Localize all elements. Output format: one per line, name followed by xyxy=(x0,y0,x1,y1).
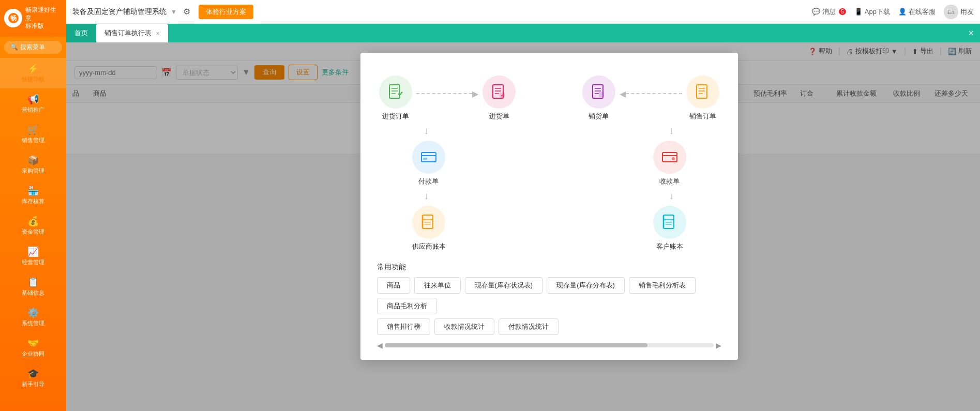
payment-circle xyxy=(412,141,445,174)
sidebar-item-quick-nav[interactable]: ⚡ 快捷导航 xyxy=(0,58,66,88)
sales-order-circle xyxy=(686,75,719,109)
sidebar-item-label: 经营管理 xyxy=(22,258,44,266)
avatar: Ea xyxy=(944,5,958,19)
flow-node-payment[interactable]: 付款单 xyxy=(410,135,447,191)
svg-rect-4 xyxy=(389,85,400,98)
app-download-btn[interactable]: 📱 App下载 xyxy=(854,7,890,17)
svg-rect-19 xyxy=(697,85,707,98)
settings-icon[interactable]: ⚙ xyxy=(183,7,190,17)
flow-row2: 付款单 收款单 xyxy=(377,135,721,191)
tab-close-btn[interactable]: × xyxy=(156,29,160,37)
func-btn-sales-profit-analysis[interactable]: 销售毛利分析表 xyxy=(629,277,696,294)
sidebar-item-management[interactable]: 📈 经营管理 xyxy=(0,241,66,271)
func-btn-counterpart[interactable]: 往来单位 xyxy=(414,277,461,294)
tab-home[interactable]: 首页 xyxy=(66,24,96,42)
modal-flow: 进货订单 ▶ ✓ 进货单 xyxy=(360,53,738,360)
svg-rect-18 xyxy=(599,92,604,97)
user-name: 用友 xyxy=(960,7,974,17)
user-menu[interactable]: Ea 用友 xyxy=(944,5,974,19)
purchase-order-circle xyxy=(379,75,412,109)
sidebar-item-base-info[interactable]: 📋 基础信息 xyxy=(0,271,66,302)
func-btn-sales-ranking[interactable]: 销售排行榜 xyxy=(377,318,430,335)
sidebar-item-system[interactable]: ⚙️ 系统管理 xyxy=(0,302,66,332)
flow-node-sales-order[interactable]: 销售订单 xyxy=(684,70,721,126)
arrow-pay-down: ↓ xyxy=(410,191,443,201)
svg-rect-25 xyxy=(423,158,427,160)
main-content: ❓ 帮助 | 🖨 按模板打印 ▼ | ⬆ 导出 | 🔄 刷新 📅 xyxy=(66,42,980,411)
svg-rect-38 xyxy=(662,215,665,229)
sidebar-item-sales[interactable]: 🛒 销售管理 xyxy=(0,119,66,149)
sidebar-item-label: 资金管理 xyxy=(22,228,44,236)
marketing-icon: 📢 xyxy=(27,94,39,105)
sidebar-item-purchase[interactable]: 📦 采购管理 xyxy=(0,149,66,180)
flow-node-purchase-order[interactable]: 进货订单 xyxy=(377,70,414,126)
beginner-icon: 🎓 xyxy=(27,368,39,379)
flow-arrows-down2: ↓ ↓ xyxy=(377,191,721,201)
sidebar-item-label: 新手引导 xyxy=(22,380,44,388)
flow-row3: 供应商账本 客户账本 xyxy=(377,201,721,256)
func-btn-inventory-status[interactable]: 现存量(库存状况表) xyxy=(465,277,543,294)
flow-node-receipt[interactable]: 收款单 xyxy=(651,135,688,191)
spacer2 xyxy=(443,126,655,135)
sales-order-label: 销售订单 xyxy=(689,112,716,121)
sidebar-logo: 畅 畅康通好生意 标准版 xyxy=(0,0,66,37)
header-dropdown-icon[interactable]: ▼ xyxy=(171,8,177,16)
func-btn-product[interactable]: 商品 xyxy=(377,277,410,294)
sidebar-item-beginner[interactable]: 🎓 新手引导 xyxy=(0,363,66,393)
scroll-left-btn[interactable]: ◀ xyxy=(377,341,383,349)
sidebar-item-label: 企业协同 xyxy=(22,350,44,358)
system-name: 装备及固定资产辅助管理系统 xyxy=(72,7,167,17)
func-btn-product-profit[interactable]: 商品毛利分析 xyxy=(377,298,437,314)
purchase-order-label: 进货订单 xyxy=(382,112,409,121)
flow-node-sales-bill[interactable]: 销货单 xyxy=(580,70,617,126)
message-label: 消息 xyxy=(822,7,836,17)
flow-arrows-down1: ↓ ↓ xyxy=(377,126,721,135)
tabs-bar: 首页 销售订单执行表 × × xyxy=(66,24,980,42)
system-icon: ⚙️ xyxy=(27,307,39,318)
flow-node-customer-ledger[interactable]: 客户账本 xyxy=(651,201,688,256)
sidebar: 畅 畅康通好生意 标准版 🔍 搜索菜单 ⚡ 快捷导航 📢 营销推广 🛒 销售管理… xyxy=(0,0,66,411)
logo-text: 畅康通好生意 标准版 xyxy=(25,6,62,31)
finance-icon: 💰 xyxy=(27,216,39,227)
svg-rect-26 xyxy=(662,153,677,162)
arrow-rec-down: ↓ xyxy=(655,191,688,201)
message-btn[interactable]: 💬 消息 5 xyxy=(812,7,846,17)
customer-ledger-circle xyxy=(653,206,686,239)
logo-icon: 畅 xyxy=(4,9,22,27)
arrow-po-to-pb: ▶ xyxy=(416,89,479,99)
download-icon: 📱 xyxy=(854,8,863,16)
func-btn-payment-stats[interactable]: 付款情况统计 xyxy=(499,318,559,335)
quick-nav-icon: ⚡ xyxy=(27,63,39,74)
sidebar-item-finance[interactable]: 💰 资金管理 xyxy=(0,210,66,241)
spacer4 xyxy=(443,191,655,201)
arrow-sb-down: ↓ xyxy=(655,126,688,135)
receipt-label: 收款单 xyxy=(659,177,680,186)
search-icon: 🔍 xyxy=(10,43,18,51)
svg-text:Ea: Ea xyxy=(947,9,955,15)
tabs-close-all-btn[interactable]: × xyxy=(962,24,980,42)
flow-node-purchase-bill[interactable]: ✓ 进货单 xyxy=(480,70,518,126)
experience-btn[interactable]: 体验行业方案 xyxy=(199,5,253,19)
flow-node-supplier-ledger[interactable]: 供应商账本 xyxy=(410,201,448,256)
svg-rect-33 xyxy=(421,215,424,229)
scroll-track[interactable] xyxy=(385,343,714,347)
supplier-ledger-label: 供应商账本 xyxy=(412,242,446,251)
sales-icon: 🛒 xyxy=(27,124,39,135)
sidebar-item-label: 系统管理 xyxy=(22,319,44,327)
sidebar-nav: ⚡ 快捷导航 📢 营销推广 🛒 销售管理 📦 采购管理 🏪 库存核算 💰 资金管… xyxy=(0,58,66,411)
func-btn-receipt-stats[interactable]: 收款情况统计 xyxy=(434,318,494,335)
online-service-label: 在线客服 xyxy=(909,7,936,17)
tab-sales-order-exec[interactable]: 销售订单执行表 × xyxy=(96,24,168,42)
flow-row1: 进货订单 ▶ ✓ 进货单 xyxy=(377,70,721,126)
svg-rect-34 xyxy=(664,215,674,229)
base-info-icon: 📋 xyxy=(27,277,39,288)
func-btn-inventory-dist[interactable]: 现存量(库存分布表) xyxy=(547,277,625,294)
search-menu[interactable]: 🔍 搜索菜单 xyxy=(4,41,62,54)
online-service-btn[interactable]: 👤 在线客服 xyxy=(898,7,936,17)
sidebar-item-marketing[interactable]: 📢 营销推广 xyxy=(0,88,66,119)
sidebar-item-enterprise[interactable]: 🤝 企业协同 xyxy=(0,332,66,363)
message-badge: 5 xyxy=(839,8,846,15)
scroll-right-btn[interactable]: ▶ xyxy=(716,341,721,349)
sidebar-item-inventory[interactable]: 🏪 库存核算 xyxy=(0,180,66,210)
sidebar-item-label: 营销推广 xyxy=(22,106,44,114)
